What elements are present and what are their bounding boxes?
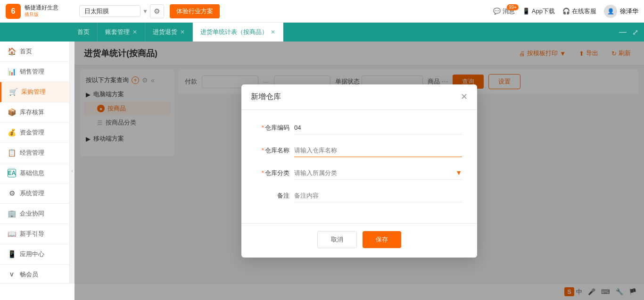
tab-home-label: 首页 (77, 28, 90, 36)
tab-purchase-return-label: 进货退货 (153, 28, 177, 36)
member-icon: V (8, 270, 16, 279)
content-area: 进货单统计(按商品) 🖨 按模板打印 ▼ ⬆ 导出 ↻ 刷新 (74, 42, 644, 300)
sidebar-apps-label: 应用中心 (20, 250, 44, 258)
sidebar-item-enterprise[interactable]: 🏢 企业协同 (0, 204, 69, 224)
sidebar-item-purchase[interactable]: 🛒 采购管理 (0, 82, 69, 102)
tab-purchase-stats-close-icon[interactable]: ✕ (271, 29, 275, 35)
online-service-item[interactable]: 🎧 在线客服 (562, 7, 596, 16)
modal-overlay: 新增仓库 ✕ *仓库编码 *仓库名称 (74, 42, 644, 300)
modal-footer: 取消 保存 (241, 223, 477, 258)
sidebar-member-label: 畅会员 (20, 270, 38, 279)
username-label: 徐泽华 (620, 7, 638, 16)
sidebar-item-home[interactable]: 🏠 首页 (0, 42, 69, 62)
sidebar-enterprise-label: 企业协同 (20, 209, 44, 218)
warehouse-name-input[interactable] (294, 144, 462, 157)
tab-home[interactable]: 首页 (70, 23, 98, 42)
tab-account[interactable]: 账套管理 ✕ (98, 23, 145, 42)
tab-purchase-stats-label: 进货单统计表（按商品） (200, 28, 268, 36)
tab-purchase-return[interactable]: 进货退货 ✕ (145, 23, 193, 42)
sidebar-item-guide[interactable]: 📖 新手引导 (0, 224, 69, 244)
guide-icon: 📖 (8, 230, 16, 238)
category-label: *仓库分类 (256, 169, 289, 177)
system-icon: ⚙ (8, 189, 16, 198)
topbar: 6 畅捷通好生意 插旦版 ▼ ⚙ 体验行业方案 💬 消息 99+ 📱 App下载… (0, 0, 644, 23)
name-required-star: * (262, 147, 264, 154)
form-row-name: *仓库名称 (256, 144, 462, 157)
tab-minimize-icon[interactable]: — (617, 27, 628, 37)
category-select-wrapper: ▼ (294, 167, 462, 180)
tab-purchase-return-close-icon[interactable]: ✕ (180, 29, 185, 35)
modal-header: 新增仓库 ✕ (241, 84, 477, 110)
tab-purchase-stats[interactable]: 进货单统计表（按商品） ✕ (193, 23, 283, 42)
user-info[interactable]: 👤 徐泽华 (604, 5, 638, 18)
warehouse-code-input[interactable] (294, 121, 462, 134)
trial-button[interactable]: 体验行业方案 (170, 4, 220, 18)
message-badge: 99+ (507, 4, 519, 10)
warehouse-modal: 新增仓库 ✕ *仓库编码 *仓库名称 (241, 84, 477, 258)
basic-info-icon: EA (8, 169, 16, 177)
sidebar-home-label: 首页 (20, 47, 32, 56)
sidebar-operation-label: 经营管理 (20, 149, 44, 157)
logo-icon: 6 (6, 4, 21, 19)
settings-icon[interactable]: ⚙ (150, 4, 164, 18)
sidebar-guide-label: 新手引导 (20, 230, 44, 238)
stock-icon: 📦 (8, 108, 16, 117)
app-download-item[interactable]: 📱 App下载 (522, 7, 555, 16)
form-row-category: *仓库分类 ▼ (256, 167, 462, 180)
tabbar-controls: — ⤢ (617, 27, 644, 38)
online-service-label: 在线客服 (572, 7, 596, 16)
sidebar-collapse-handle[interactable]: ‹ (70, 42, 74, 300)
sidebar-finance-label: 资金管理 (20, 128, 44, 137)
user-avatar: 👤 (604, 5, 617, 18)
tab-maximize-icon[interactable]: ⤢ (630, 27, 640, 38)
sidebar-item-operation[interactable]: 📋 经营管理 (0, 143, 69, 163)
modal-title: 新增仓库 (251, 92, 281, 102)
store-search-input[interactable] (79, 5, 140, 17)
tab-account-label: 账套管理 (105, 28, 130, 36)
sidebar-system-label: 系统管理 (20, 189, 44, 198)
sidebar-item-stock[interactable]: 📦 库存核算 (0, 102, 69, 123)
logo-sub: 插旦版 (25, 11, 58, 18)
topbar-search: ▼ ⚙ 体验行业方案 (79, 4, 220, 18)
category-input[interactable] (294, 167, 455, 179)
tab-account-close-icon[interactable]: ✕ (132, 29, 137, 35)
sidebar-item-member[interactable]: V 畅会员 (0, 265, 69, 285)
sidebar-item-finance[interactable]: 💰 资金管理 (0, 123, 69, 143)
note-input[interactable] (294, 189, 462, 202)
sidebar-basic-info-label: 基础信息 (20, 169, 44, 177)
sales-icon: 📊 (8, 67, 16, 76)
message-icon: 💬 (493, 8, 501, 15)
purchase-icon: 🛒 (9, 88, 17, 96)
sidebar-item-sales[interactable]: 📊 销售管理 (0, 62, 69, 82)
modal-close-icon[interactable]: ✕ (461, 92, 468, 101)
sidebar-item-system[interactable]: ⚙ 系统管理 (0, 183, 69, 204)
sidebar-purchase-label: 采购管理 (21, 88, 46, 96)
topbar-right: 💬 消息 99+ 📱 App下载 🎧 在线客服 👤 徐泽华 (493, 5, 638, 18)
modal-body: *仓库编码 *仓库名称 *仓库分类 (241, 110, 477, 223)
headset-icon: 🎧 (562, 8, 570, 15)
code-required-star: * (262, 124, 264, 131)
sidebar-item-basic-info[interactable]: EA 基础信息 (0, 163, 69, 183)
message-item[interactable]: 💬 消息 99+ (493, 7, 515, 16)
home-icon: 🏠 (8, 47, 16, 56)
category-dropdown-icon[interactable]: ▼ (455, 169, 462, 176)
main-layout: 🏠 首页 📊 销售管理 🛒 采购管理 📦 库存核算 💰 资金管理 📋 经营管理 … (0, 42, 644, 300)
form-row-note: 备注 (256, 189, 462, 202)
search-dropdown-icon[interactable]: ▼ (142, 8, 148, 15)
tabbar: 首页 账套管理 ✕ 进货退货 ✕ 进货单统计表（按商品） ✕ — ⤢ (0, 23, 644, 42)
mobile-icon: 📱 (522, 8, 530, 15)
app-download-label: App下载 (532, 7, 555, 16)
logo-text: 畅捷通好生意 (25, 4, 58, 12)
cancel-button[interactable]: 取消 (317, 231, 357, 248)
apps-icon: 📱 (8, 250, 16, 258)
save-button[interactable]: 保存 (363, 231, 401, 248)
name-label: *仓库名称 (256, 146, 289, 155)
sidebar-item-apps[interactable]: 📱 应用中心 (0, 244, 69, 265)
category-required-star: * (262, 169, 264, 176)
note-label: 备注 (256, 192, 289, 200)
sidebar-sales-label: 销售管理 (20, 67, 44, 76)
enterprise-icon: 🏢 (8, 209, 16, 218)
operation-icon: 📋 (8, 149, 16, 157)
finance-icon: 💰 (8, 128, 16, 137)
sidebar: 🏠 首页 📊 销售管理 🛒 采购管理 📦 库存核算 💰 资金管理 📋 经营管理 … (0, 42, 70, 300)
